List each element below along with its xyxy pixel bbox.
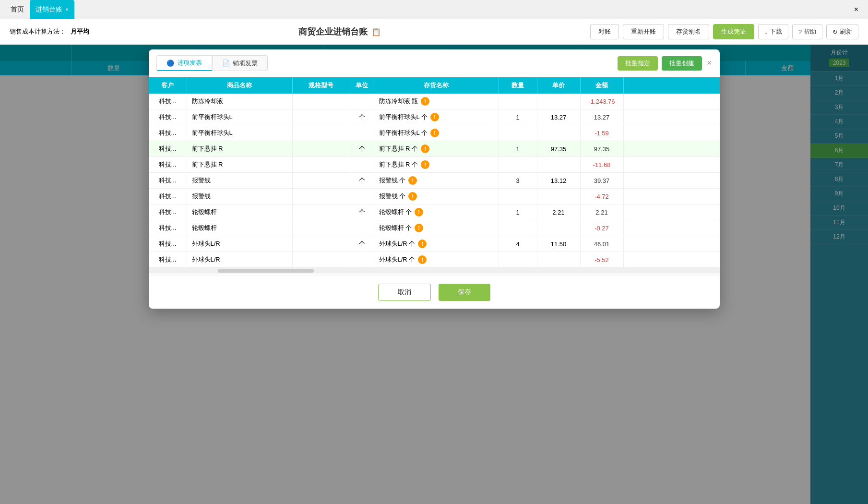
warning-icon: ! <box>415 224 423 232</box>
table-row[interactable]: 科技... 轮毂螺杆 个 轮毂螺杆 个 ! 1 2.21 2.21 <box>149 204 720 220</box>
cell-inventory: 前平衡杆球头L 个 ! <box>374 109 499 125</box>
cell-quantity <box>499 94 537 109</box>
cell-spec <box>293 109 350 125</box>
cell-inventory: 前下悬挂 R 个 ! <box>374 141 499 156</box>
cell-product: 前下悬挂 R <box>187 141 293 156</box>
col-price: 单价 <box>537 77 581 94</box>
cell-unit <box>350 252 374 267</box>
cell-amount: -1.59 <box>581 125 624 141</box>
help-button[interactable]: ? 帮助 <box>792 24 822 39</box>
cell-quantity <box>499 125 537 141</box>
table-row[interactable]: 科技... 前下悬挂 R 前下悬挂 R 个 ! -11.68 <box>149 157 720 173</box>
cell-quantity <box>499 220 537 236</box>
warning-icon: ! <box>418 240 427 248</box>
cell-amount: 2.21 <box>581 204 624 220</box>
content-area: 本期入库 本期出库 期末结存 数量 单价 金额 数量 单价 金额 数量 单价 金… <box>0 45 868 504</box>
cell-amount: -4.72 <box>581 189 624 204</box>
modal-close-button[interactable]: × <box>707 58 712 68</box>
tab-ledger[interactable]: 进销台账 × <box>30 0 74 19</box>
cell-spec <box>293 252 350 267</box>
warning-icon: ! <box>415 208 423 216</box>
modal-overlay: 🔵 进项发票 📄 销项发票 批量指定 批量创建 × <box>0 45 868 504</box>
table-row[interactable]: 科技... 前平衡杆球头L 前平衡杆球头L 个 ! -1.59 <box>149 125 720 141</box>
cell-inventory: 轮毂螺杆 个 ! <box>374 204 499 220</box>
table-row[interactable]: 科技... 报警线 报警线 个 ! -4.72 <box>149 189 720 204</box>
cell-inventory: 前平衡杆球头L 个 ! <box>374 125 499 141</box>
cancel-button[interactable]: 取消 <box>378 284 431 301</box>
invoice-modal: 🔵 进项发票 📄 销项发票 批量指定 批量创建 × <box>149 49 720 309</box>
tab-home[interactable]: 首页 <box>5 0 30 19</box>
cell-spec <box>293 94 350 109</box>
cell-quantity <box>499 189 537 204</box>
warning-icon: ! <box>408 176 417 185</box>
col-customer: 客户 <box>149 77 187 94</box>
cell-inventory: 轮毂螺杆 个 ! <box>374 220 499 236</box>
warning-icon: ! <box>430 113 439 121</box>
warning-icon: ! <box>421 160 429 169</box>
cell-price: 13.27 <box>537 109 581 125</box>
cell-unit: 个 <box>350 141 374 156</box>
cell-quantity: 3 <box>499 173 537 188</box>
table-row[interactable]: 科技... 外球头L/R 个 外球头L/R 个 ! 4 11.50 46.01 <box>149 236 720 252</box>
cell-product: 外球头L/R <box>187 252 293 267</box>
cell-spec <box>293 236 350 252</box>
cell-amount: -1,243.76 <box>581 94 624 109</box>
col-amount: 金额 <box>581 77 624 94</box>
window-close-button[interactable]: × <box>849 5 863 14</box>
cell-quantity: 1 <box>499 141 537 156</box>
cell-product: 前平衡杆球头L <box>187 125 293 141</box>
cell-quantity <box>499 157 537 172</box>
tab-sales-invoice[interactable]: 📄 销项发票 <box>212 55 268 71</box>
cell-price <box>537 94 581 109</box>
generate-voucher-button[interactable]: 生成凭证 <box>713 24 754 39</box>
cell-unit <box>350 189 374 204</box>
cost-method-label: 销售成本计算方法： 月平均 <box>10 27 89 36</box>
cell-product: 报警线 <box>187 173 293 188</box>
modal-tab-group: 🔵 进项发票 📄 销项发票 <box>156 55 268 71</box>
cell-spec <box>293 220 350 236</box>
reconcile-button[interactable]: 对账 <box>590 24 619 39</box>
tab-close-icon[interactable]: × <box>65 6 69 13</box>
cell-customer: 科技... <box>149 220 187 236</box>
cell-quantity: 1 <box>499 204 537 220</box>
page-title: 商贸企业进销台账 📋 <box>89 26 591 37</box>
inventory-alias-button[interactable]: 存货别名 <box>668 24 709 39</box>
modal-table-header: 客户 商品名称 规格型号 单位 存货名称 数量 单价 金额 <box>149 77 720 94</box>
cell-product: 前下悬挂 R <box>187 157 293 172</box>
modal-scroll-thumb[interactable] <box>218 269 314 273</box>
batch-assign-button[interactable]: 批量指定 <box>618 56 658 71</box>
batch-create-button[interactable]: 批量创建 <box>662 56 702 71</box>
cell-price <box>537 220 581 236</box>
modal-scrollbar[interactable] <box>149 268 720 274</box>
cell-amount: 97.35 <box>581 141 624 156</box>
cell-inventory: 报警线 个 ! <box>374 189 499 204</box>
cell-customer: 科技... <box>149 204 187 220</box>
table-row[interactable]: 科技... 轮毂螺杆 轮毂螺杆 个 ! -0.27 <box>149 220 720 236</box>
cell-customer: 科技... <box>149 173 187 188</box>
cell-unit <box>350 157 374 172</box>
cell-unit <box>350 125 374 141</box>
download-button[interactable]: ↓ 下载 <box>758 24 788 39</box>
table-row[interactable]: 科技... 防冻冷却液 防冻冷却液 瓶 ! -1,243.76 <box>149 94 720 109</box>
cell-product: 轮毂螺杆 <box>187 204 293 220</box>
cell-unit <box>350 94 374 109</box>
cell-customer: 科技... <box>149 157 187 172</box>
cell-product: 报警线 <box>187 189 293 204</box>
cell-customer: 科技... <box>149 109 187 125</box>
table-row[interactable]: 科技... 外球头L/R 外球头L/R 个 ! -5.52 <box>149 252 720 268</box>
cell-price: 2.21 <box>537 204 581 220</box>
modal-header-buttons: 批量指定 批量创建 <box>618 56 702 71</box>
cell-quantity <box>499 252 537 267</box>
tab-purchase-invoice[interactable]: 🔵 进项发票 <box>156 55 212 71</box>
table-row[interactable]: 科技... 报警线 个 报警线 个 ! 3 13.12 39.37 <box>149 173 720 189</box>
warning-icon: ! <box>418 255 427 264</box>
refresh-button[interactable]: ↻ 刷新 <box>826 24 858 39</box>
cell-product: 前平衡杆球头L <box>187 109 293 125</box>
reopen-button[interactable]: 重新开账 <box>623 24 664 39</box>
table-row[interactable]: 科技... 前下悬挂 R 个 前下悬挂 R 个 ! 1 97.35 97.35 <box>149 141 720 157</box>
cell-customer: 科技... <box>149 141 187 156</box>
cell-spec <box>293 204 350 220</box>
save-button[interactable]: 保存 <box>439 284 490 301</box>
cell-inventory: 报警线 个 ! <box>374 173 499 188</box>
table-row[interactable]: 科技... 前平衡杆球头L 个 前平衡杆球头L 个 ! 1 13.27 13.2… <box>149 109 720 125</box>
